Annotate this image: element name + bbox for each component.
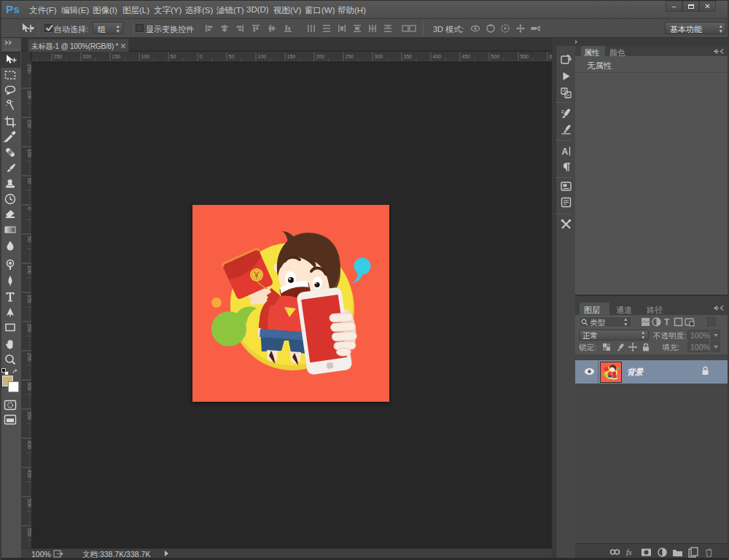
svg-text:200: 200 [27, 90, 32, 99]
svg-text:400: 400 [27, 440, 32, 449]
svg-text:50: 50 [27, 178, 32, 184]
svg-text:50: 50 [27, 236, 32, 242]
svg-text:550: 550 [27, 528, 32, 537]
svg-text:50: 50 [229, 54, 235, 59]
svg-text:200: 200 [83, 54, 92, 59]
svg-text:150: 150 [112, 54, 121, 59]
svg-text:550: 550 [521, 54, 529, 59]
svg-text:350: 350 [404, 54, 413, 59]
svg-text:100: 100 [27, 265, 32, 274]
svg-text:50: 50 [171, 54, 176, 59]
svg-text:250: 250 [27, 353, 32, 362]
svg-text:500: 500 [27, 499, 32, 508]
svg-text:450: 450 [27, 470, 32, 478]
svg-text:0: 0 [200, 54, 203, 59]
svg-text:450: 450 [462, 54, 471, 59]
svg-text:300: 300 [27, 382, 32, 391]
svg-text:100: 100 [27, 149, 32, 158]
svg-text:300: 300 [375, 54, 383, 59]
svg-text:250: 250 [54, 54, 63, 59]
svg-text:T: T [664, 317, 670, 327]
svg-text:100: 100 [141, 54, 150, 59]
svg-text:200: 200 [27, 324, 32, 332]
svg-text:150: 150 [287, 54, 296, 59]
svg-text:fx: fx [626, 548, 632, 556]
svg-text:150: 150 [27, 120, 32, 128]
svg-text:200: 200 [316, 54, 325, 59]
svg-text:400: 400 [433, 54, 442, 59]
svg-text:100: 100 [258, 54, 267, 59]
svg-text:250: 250 [27, 64, 32, 73]
svg-text:500: 500 [491, 54, 500, 59]
svg-text:250: 250 [346, 54, 354, 59]
svg-text:150: 150 [27, 295, 32, 303]
svg-text:A: A [562, 147, 569, 157]
svg-text:350: 350 [27, 411, 32, 420]
svg-text:0: 0 [27, 207, 32, 210]
